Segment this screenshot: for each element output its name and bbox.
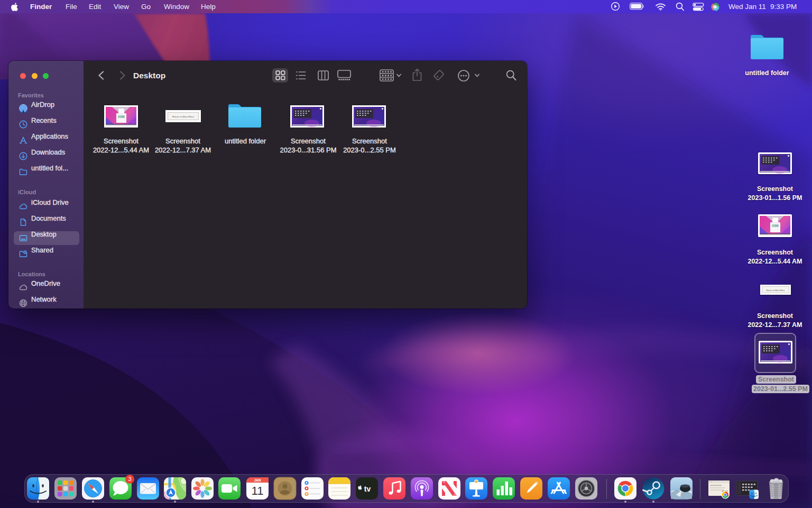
- svg-text:Return to Main Menu: Return to Main Menu: [172, 115, 195, 118]
- svg-text:tv: tv: [364, 485, 371, 493]
- svg-text:11: 11: [252, 484, 264, 497]
- svg-text:JAN: JAN: [254, 478, 261, 482]
- svg-text:Return to Main Menu: Return to Main Menu: [766, 289, 785, 292]
